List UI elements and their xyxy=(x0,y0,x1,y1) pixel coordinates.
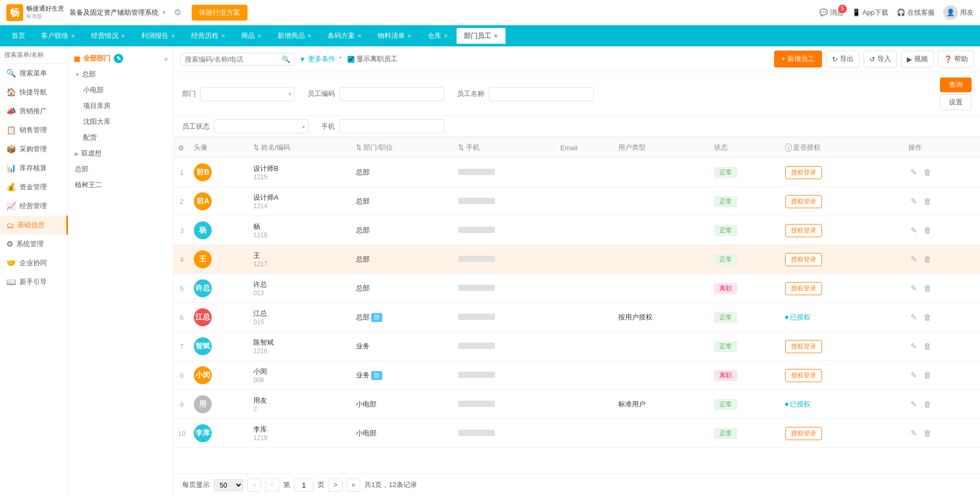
tab-process[interactable]: 经营历程✕ xyxy=(184,28,233,44)
tab-new-goods[interactable]: 新增商品✕ xyxy=(270,28,319,44)
set-button[interactable]: 设置 xyxy=(940,94,972,110)
page-input[interactable] xyxy=(294,478,313,492)
service-btn[interactable]: 🎧 在线客服 xyxy=(897,8,935,17)
edit-btn[interactable]: ✎ xyxy=(908,283,919,294)
tab-home[interactable]: 首页 xyxy=(4,28,33,44)
dept-node-hq[interactable]: 总部 xyxy=(68,161,173,177)
sidebar-item-collab[interactable]: 🤝企业协同 xyxy=(0,254,68,273)
prev-page-btn[interactable]: < xyxy=(265,478,279,492)
search-input[interactable] xyxy=(185,55,280,63)
auth-login-btn[interactable]: 授权登录 xyxy=(785,282,822,295)
delete-btn[interactable]: 🗑 xyxy=(922,312,934,323)
col-name[interactable]: ⇅ 姓名/编码 xyxy=(249,138,351,158)
first-page-btn[interactable]: « xyxy=(248,478,261,492)
search-box[interactable]: 🔍 xyxy=(180,53,295,66)
view-button[interactable]: ▶ 视频 xyxy=(901,51,934,67)
edit-btn[interactable]: ✎ xyxy=(908,369,919,381)
tab-close-icon[interactable]: ✕ xyxy=(221,33,225,40)
auth-login-btn[interactable]: 授权登录 xyxy=(785,427,822,440)
auth-login-btn[interactable]: 授权登录 xyxy=(785,369,822,382)
auth-login-btn[interactable]: 授权登录 xyxy=(785,253,822,266)
delete-btn[interactable]: 🗑 xyxy=(922,167,934,178)
filter-emp-code-input[interactable] xyxy=(339,87,444,101)
sidebar-item-purchase[interactable]: 📦采购管理 xyxy=(0,140,68,159)
dept-tree-collapse-icon[interactable]: « xyxy=(164,55,168,63)
delete-btn[interactable]: 🗑 xyxy=(922,398,934,410)
tab-close-icon[interactable]: ✕ xyxy=(121,33,125,40)
tab-close-icon[interactable]: ✕ xyxy=(357,33,362,40)
sidebar-item-mgmt[interactable]: 📈经营管理 xyxy=(0,197,68,216)
dept-edit-btn[interactable]: ✎ xyxy=(114,54,123,63)
edit-btn[interactable]: ✎ xyxy=(908,167,919,178)
edit-btn[interactable]: ✎ xyxy=(908,254,919,265)
sidebar-item-quick-nav[interactable]: 🏠快捷导航 xyxy=(0,83,68,102)
edit-btn[interactable]: ✎ xyxy=(908,225,919,236)
auth-login-btn[interactable]: 授权登录 xyxy=(785,224,822,237)
query-button[interactable]: 查询 xyxy=(940,77,972,92)
search-icon[interactable]: 🔍 xyxy=(282,55,290,63)
tab-operation[interactable]: 经营情况✕ xyxy=(84,28,133,44)
sidebar-item-system[interactable]: ⚙系统管理 xyxy=(0,235,68,254)
help-button[interactable]: ❓ 帮助 xyxy=(938,51,974,67)
tab-close-icon[interactable]: ✕ xyxy=(171,33,175,40)
filter-emp-status-select[interactable] xyxy=(214,119,309,133)
delete-btn[interactable]: 🗑 xyxy=(922,254,934,265)
dept-node-double[interactable]: ▶ 双虚想 xyxy=(68,145,173,161)
delete-btn[interactable]: 🗑 xyxy=(922,225,934,236)
sidebar-item-basic[interactable]: 🗂基础信息 xyxy=(0,216,68,235)
delete-btn[interactable]: 🗑 xyxy=(922,196,934,207)
filter-more-btn[interactable]: ▼ 更多条件 ⌃ xyxy=(299,54,343,64)
tab-dept-staff[interactable]: 部门员工✕ xyxy=(457,28,506,44)
sidebar-item-guide[interactable]: 📖新手引导 xyxy=(0,273,68,291)
system-arrow-icon[interactable]: ▾ xyxy=(163,9,165,15)
tab-customer[interactable]: 客户联络✕ xyxy=(34,28,83,44)
tab-close-icon[interactable]: ✕ xyxy=(493,33,498,40)
tab-close-icon[interactable]: ✕ xyxy=(71,33,75,40)
tab-close-icon[interactable]: ✕ xyxy=(407,33,412,40)
edit-btn[interactable]: ✎ xyxy=(908,427,919,439)
col-auth[interactable]: i是否授权 xyxy=(781,138,883,158)
next-page-btn[interactable]: > xyxy=(329,478,342,492)
delete-btn[interactable]: 🗑 xyxy=(922,369,934,381)
last-page-btn[interactable]: » xyxy=(347,478,360,492)
auth-login-btn[interactable]: 授权登录 xyxy=(785,340,822,353)
dept-node-distribution[interactable]: 配货 xyxy=(77,130,173,145)
delete-btn[interactable]: 🗑 xyxy=(922,341,934,352)
delete-btn[interactable]: 🗑 xyxy=(922,427,934,439)
edit-btn[interactable]: ✎ xyxy=(908,312,919,323)
sidebar-item-finance[interactable]: 💰资金管理 xyxy=(0,178,68,197)
import-button[interactable]: ↺ 导入 xyxy=(864,51,897,67)
per-page-select[interactable]: 50 100 xyxy=(214,479,243,491)
tab-close-icon[interactable]: ✕ xyxy=(257,33,262,40)
dept-node-shenyang[interactable]: 沈阳大库 xyxy=(77,114,173,130)
edit-btn[interactable]: ✎ xyxy=(908,341,919,352)
tab-material[interactable]: 物料清单✕ xyxy=(370,28,419,44)
sidebar-item-inventory[interactable]: 📊库存核算 xyxy=(0,159,68,178)
edit-btn[interactable]: ✎ xyxy=(908,196,919,207)
app-download-btn[interactable]: 📱 App下载 xyxy=(852,8,888,17)
tab-profit[interactable]: 利润报告✕ xyxy=(134,28,183,44)
col-phone[interactable]: ⇅ 手机 xyxy=(454,138,556,158)
add-employee-button[interactable]: + 新增员工 xyxy=(774,51,822,67)
gear-icon[interactable]: ⚙ xyxy=(174,7,181,17)
delete-btn[interactable]: 🗑 xyxy=(922,283,934,294)
sidebar-item-search[interactable]: 🔍搜索菜单 xyxy=(0,64,68,83)
edit-btn[interactable]: ✎ xyxy=(908,398,919,410)
message-btn[interactable]: 💬 消息 5 xyxy=(819,8,844,17)
tab-warehouse[interactable]: 仓库✕ xyxy=(420,28,456,44)
dept-node-general[interactable]: ▼ 总部 xyxy=(68,66,173,82)
sidebar-item-sales[interactable]: 📋销售管理 xyxy=(0,121,68,140)
trial-button[interactable]: 体验行业方案 xyxy=(192,5,248,21)
show-resigned-input[interactable] xyxy=(348,56,354,63)
filter-phone-input[interactable] xyxy=(339,119,444,133)
show-resigned-checkbox[interactable]: 显示离职员工 xyxy=(348,54,398,64)
table-settings-icon[interactable]: ⚙ xyxy=(178,144,184,152)
auth-login-btn[interactable]: 授权登录 xyxy=(785,166,822,179)
dept-node-small-elec[interactable]: 小电部 xyxy=(77,82,173,98)
dept-node-proj-warehouse[interactable]: 项目库房 xyxy=(77,98,173,114)
tab-close-icon[interactable]: ✕ xyxy=(307,33,312,40)
auth-login-btn[interactable]: 授权登录 xyxy=(785,195,822,208)
sidebar-search-bar[interactable]: 🔍 xyxy=(0,46,68,64)
filter-emp-name-input[interactable] xyxy=(489,87,594,101)
sidebar-item-marketing[interactable]: 📣营销推广 xyxy=(0,102,68,121)
